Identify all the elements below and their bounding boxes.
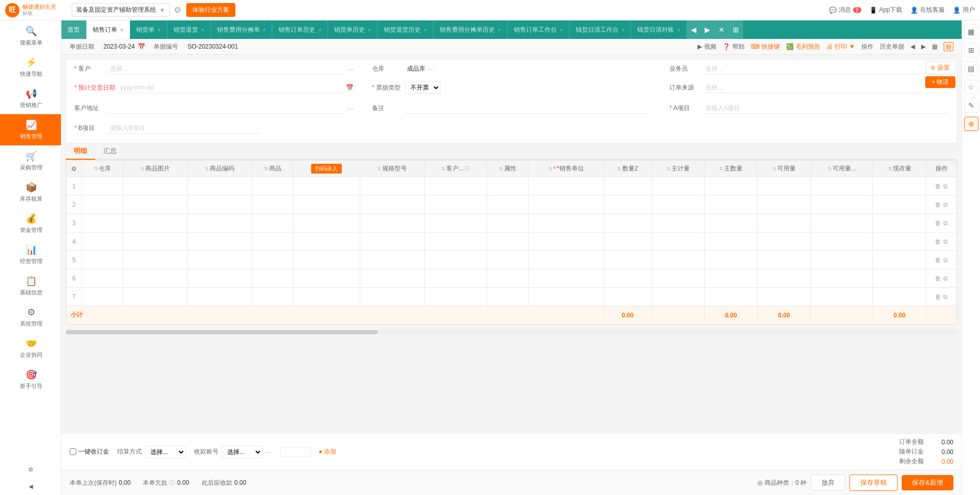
calendar-icon[interactable]: 📅 (138, 43, 145, 50)
tab-close-icon[interactable]: × (263, 27, 266, 33)
tab-sales-refund[interactable]: 销货退货 × (167, 20, 211, 39)
delete-icon[interactable]: 🗑 (935, 275, 941, 282)
tab-close-icon[interactable]: × (560, 27, 563, 33)
message-btn[interactable]: 💬 消息 9 (829, 6, 861, 14)
save-new-btn[interactable]: 保存&新增 (902, 475, 953, 490)
tab-close-icon[interactable]: × (622, 27, 625, 33)
tab-sales-return-history[interactable]: 销货单历史 × (328, 20, 378, 39)
online-support-btn[interactable]: 👤 在线客服 (910, 6, 945, 14)
right-icon-edit[interactable]: ✎ (964, 98, 978, 113)
add-row-btn[interactable]: ● 添加 (319, 447, 337, 456)
profit-btn[interactable]: 💹 毛利预告 (786, 42, 820, 51)
save-draft-btn[interactable]: 保存草稿 (850, 475, 898, 491)
tab-sales-return[interactable]: 销货单 × (130, 20, 167, 39)
right-icon-layout2[interactable]: ⊞ (964, 43, 978, 57)
view-btn[interactable]: ▶ 视频 (698, 42, 716, 51)
quick-confirm-checkbox[interactable] (70, 448, 76, 455)
shortcut-btn[interactable]: ⌨ 快捷键 (751, 42, 780, 51)
sidebar-item-inventory[interactable]: 📦 库存核算 (0, 177, 61, 208)
amount-input[interactable]: 0.00 (280, 447, 311, 457)
remarks-input[interactable] (405, 103, 651, 114)
copy-icon[interactable]: ⧉ (943, 220, 948, 227)
delete-icon[interactable]: 🗑 (935, 238, 941, 245)
account-dots-icon[interactable]: ··· (266, 448, 272, 456)
delete-icon[interactable]: 🗑 (935, 220, 941, 227)
address-input[interactable] (107, 103, 345, 114)
sidebar-collapse-btn[interactable]: ◀ (0, 478, 61, 495)
delivery-date-input[interactable] (117, 82, 344, 93)
staff-input[interactable] (702, 63, 941, 74)
delete-icon[interactable]: 🗑 (935, 201, 941, 208)
sidebar-item-guide[interactable]: 🎯 新手引导 (0, 364, 61, 395)
right-icon-layout3[interactable]: ▤ (964, 61, 978, 76)
sidebar-item-marketing[interactable]: 📢 营销推广 (0, 83, 61, 114)
nav-right-icon[interactable]: ▶ (921, 43, 926, 50)
grid-view-icon[interactable]: ▦ (932, 43, 938, 50)
sidebar-item-operation[interactable]: 📊 经营管理 (0, 239, 61, 270)
list-view-icon[interactable]: ▤ (944, 42, 953, 51)
copy-icon[interactable]: ⧉ (943, 293, 948, 300)
nav-left-icon[interactable]: ◀ (910, 43, 915, 50)
date-picker-icon[interactable]: 📅 (346, 84, 354, 91)
tab-sales-order-workbench[interactable]: 销售订单工作台 × (508, 20, 570, 39)
tab-close-icon[interactable]: × (498, 27, 501, 33)
tab-close-icon[interactable]: × (158, 27, 161, 33)
settings-icon[interactable]: ⚙ (174, 5, 181, 15)
a-project-input[interactable] (702, 103, 949, 114)
copy-icon[interactable]: ⧉ (943, 183, 948, 190)
tab-expand-btn[interactable]: ⊞ (729, 20, 743, 39)
tab-sales-order[interactable]: 销售订单 × (86, 20, 130, 39)
history-btn[interactable]: 历史单据 (880, 42, 904, 51)
scan-btn[interactable]: 扫码录入 (311, 164, 342, 174)
delete-icon[interactable]: 🗑 (935, 293, 941, 300)
sidebar-settings-btn[interactable]: ⚙ (0, 461, 61, 478)
right-icon-layout1[interactable]: ▦ (964, 25, 978, 39)
operation-btn[interactable]: 操作 (861, 42, 874, 51)
right-icon-action[interactable]: ⊕ (964, 117, 978, 131)
print-btn[interactable]: 🖨 打印 ▼ (826, 42, 855, 51)
add-logistics-btn[interactable]: + 物流 (925, 76, 955, 88)
sidebar-item-purchase[interactable]: 🛒 采购管理 (0, 145, 61, 177)
account-select[interactable]: 选择... (222, 446, 263, 458)
tab-summary[interactable]: 汇总 (95, 143, 125, 160)
right-icon-star[interactable]: ☆ (964, 80, 978, 94)
customer-dots-icon[interactable]: ··· (347, 65, 354, 73)
tab-home[interactable]: 首页 (61, 20, 86, 39)
tab-more-btn[interactable]: ✕ (714, 20, 729, 39)
tab-close-icon[interactable]: × (318, 27, 321, 33)
sidebar-item-quick-nav[interactable]: ⚡ 快捷导航 (0, 52, 61, 83)
copy-icon[interactable]: ⧉ (943, 256, 948, 264)
tab-prev-btn[interactable]: ◀ (687, 20, 701, 39)
invoice-type-select[interactable]: 不开票 (405, 81, 441, 94)
tab-sales-expense-split[interactable]: 销售费用分摊单 × (211, 20, 273, 39)
tab-credit-account[interactable]: 钱货日清对账 × (631, 20, 687, 39)
app-download-btn[interactable]: 📱 App下载 (869, 6, 902, 14)
sidebar-item-sales[interactable]: 📈 销售管理 (0, 114, 61, 145)
sidebar-item-search[interactable]: 🔍 搜索菜单 (0, 20, 61, 52)
sidebar-item-system[interactable]: ⚙ 系统管理 (0, 302, 61, 333)
delete-icon[interactable]: 🗑 (935, 183, 941, 190)
tab-close-icon[interactable]: × (201, 27, 204, 33)
tab-close-icon[interactable]: × (368, 27, 371, 33)
col-settings[interactable]: ⚙ (67, 161, 82, 177)
horizontal-scrollbar[interactable] (66, 329, 957, 335)
tab-credit-daily[interactable]: 钱货日清工作台 × (570, 20, 631, 39)
copy-icon[interactable]: ⧉ (943, 238, 948, 245)
user-btn[interactable]: 👤 用户 (953, 6, 975, 14)
customer-input[interactable] (107, 63, 345, 74)
warehouse-dots-icon[interactable]: ··· (427, 65, 433, 73)
tab-close-icon[interactable]: × (424, 27, 427, 33)
system-selector[interactable]: 装备及固定资产辅助管理系统 ▼ (72, 3, 170, 17)
tab-close-icon[interactable]: × (120, 27, 123, 33)
help-btn[interactable]: ❓ 帮助 (723, 42, 745, 51)
sidebar-item-enterprise[interactable]: 🤝 企业协同 (0, 333, 61, 364)
sidebar-item-finance[interactable]: 💰 资金管理 (0, 208, 61, 239)
copy-icon[interactable]: ⧉ (943, 275, 948, 282)
order-source-input[interactable] (702, 82, 949, 93)
tab-sales-refund-history[interactable]: 销货退货历史 × (378, 20, 433, 39)
payment-method-select[interactable]: 选择... (145, 446, 186, 458)
discard-btn[interactable]: 放弃 (811, 475, 845, 491)
tab-close-icon[interactable]: × (677, 27, 680, 33)
settings-panel-btn[interactable]: ⊕ 设置 (925, 61, 955, 74)
tab-detail[interactable]: 明细 (66, 143, 95, 160)
